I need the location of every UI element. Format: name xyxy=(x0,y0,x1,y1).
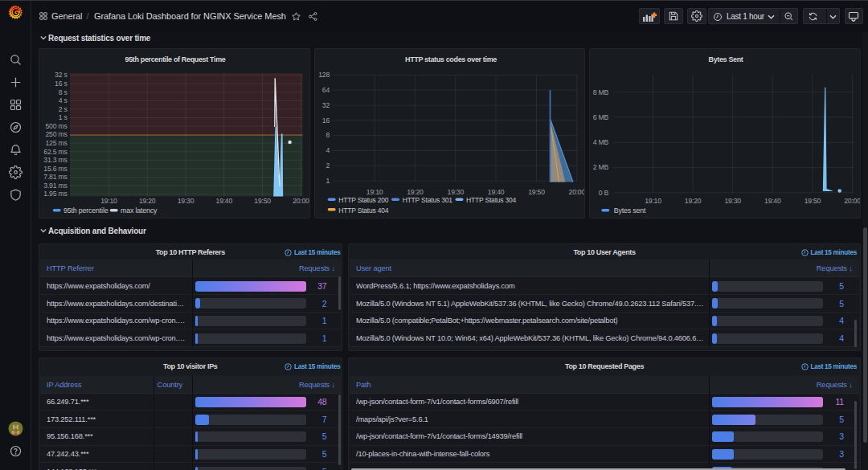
svg-text:20:00: 20:00 xyxy=(844,197,860,205)
svg-text:max latency: max latency xyxy=(121,206,158,215)
svg-text:15.6 ms: 15.6 ms xyxy=(43,165,68,173)
svg-text:3.91 ms: 3.91 ms xyxy=(43,182,68,190)
svg-text:8 s: 8 s xyxy=(59,88,68,96)
svg-text:32 s: 32 s xyxy=(55,71,68,79)
svg-text:19:50: 19:50 xyxy=(528,188,545,196)
svg-text:19:40: 19:40 xyxy=(216,197,233,205)
svg-text:2 MB: 2 MB xyxy=(593,163,609,171)
svg-text:HTTP status codes over time: HTTP status codes over time xyxy=(405,55,497,63)
svg-text:19:10: 19:10 xyxy=(366,188,383,196)
svg-text:19:30: 19:30 xyxy=(447,188,464,196)
svg-text:HTTP Status 404: HTTP Status 404 xyxy=(338,206,389,215)
svg-text:19:50: 19:50 xyxy=(254,197,271,205)
svg-text:95th percentile: 95th percentile xyxy=(63,206,108,215)
svg-text:20:00: 20:00 xyxy=(293,197,309,205)
svg-text:1.95 ms: 1.95 ms xyxy=(43,190,68,198)
svg-text:19:30: 19:30 xyxy=(178,197,194,205)
svg-text:4 s: 4 s xyxy=(59,96,68,104)
svg-text:19:20: 19:20 xyxy=(407,188,424,196)
svg-text:95th percentile of Request Tim: 95th percentile of Request Time xyxy=(125,55,225,63)
svg-text:HTTP Status 304: HTTP Status 304 xyxy=(466,196,517,204)
svg-text:HTTP Status 301: HTTP Status 301 xyxy=(402,196,452,204)
svg-text:32: 32 xyxy=(321,101,330,109)
svg-text:128: 128 xyxy=(318,71,330,79)
svg-text:19:20: 19:20 xyxy=(139,197,156,205)
svg-text:0 B: 0 B xyxy=(599,189,609,197)
svg-text:62.5 ms: 62.5 ms xyxy=(43,148,68,156)
svg-text:19:10: 19:10 xyxy=(645,197,661,205)
svg-text:7.81 ms: 7.81 ms xyxy=(43,173,68,181)
svg-text:8: 8 xyxy=(326,131,330,139)
svg-text:4: 4 xyxy=(326,146,330,154)
svg-text:16: 16 xyxy=(321,116,330,125)
svg-text:31.3 ms: 31.3 ms xyxy=(43,156,68,164)
svg-text:19:30: 19:30 xyxy=(724,197,741,205)
svg-text:19:10: 19:10 xyxy=(100,197,117,205)
svg-text:HTTP Status 200: HTTP Status 200 xyxy=(338,196,389,204)
svg-text:64: 64 xyxy=(321,86,330,94)
svg-text:250 ms: 250 ms xyxy=(46,130,68,138)
svg-text:125 ms: 125 ms xyxy=(46,139,68,147)
svg-text:4 MB: 4 MB xyxy=(593,138,609,146)
svg-text:6 MB: 6 MB xyxy=(593,113,609,121)
svg-text:2 s: 2 s xyxy=(59,105,68,113)
svg-text:20:00: 20:00 xyxy=(568,188,585,196)
svg-text:19:40: 19:40 xyxy=(764,197,781,205)
svg-text:1 s: 1 s xyxy=(59,113,68,121)
svg-text:19:20: 19:20 xyxy=(685,197,702,205)
svg-text:500 ms: 500 ms xyxy=(46,122,68,130)
svg-text:19:50: 19:50 xyxy=(805,197,821,205)
svg-text:Bytes sent: Bytes sent xyxy=(614,206,646,215)
svg-text:8 MB: 8 MB xyxy=(593,88,609,96)
svg-text:19:40: 19:40 xyxy=(487,188,504,196)
svg-text:Bytes Sent: Bytes Sent xyxy=(708,55,743,63)
svg-text:2: 2 xyxy=(326,161,330,170)
svg-text:16 s: 16 s xyxy=(55,80,68,88)
svg-text:1: 1 xyxy=(326,177,330,185)
